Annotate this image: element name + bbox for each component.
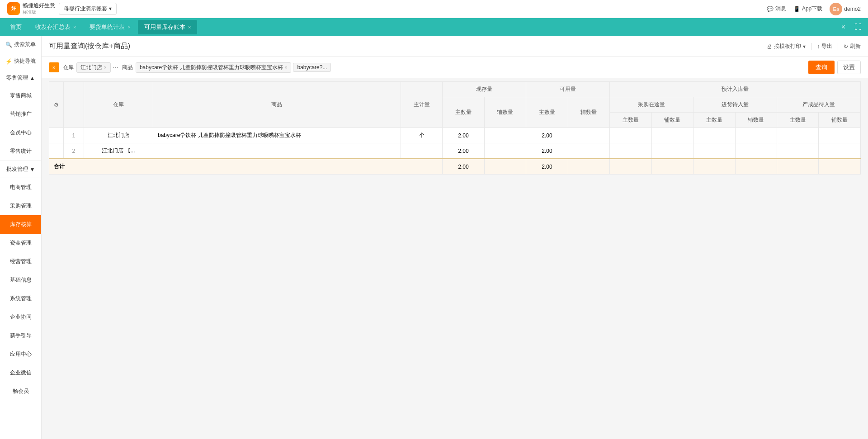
sidebar-item-marketing[interactable]: 营销推广 (0, 105, 41, 123)
retail-label: 零售管理 (6, 74, 28, 82)
export-icon: ↑ (817, 43, 820, 50)
cell-product-aux (819, 143, 861, 159)
message-label: 消息 (775, 5, 786, 13)
username: demo2 (844, 6, 861, 12)
product-tag-close[interactable]: × (285, 65, 288, 70)
member-center-label: 会员中心 (10, 129, 32, 137)
sidebar-item-ecommerce[interactable]: 电商管理 (0, 178, 41, 197)
th-avail-main: 主数量 (526, 97, 568, 128)
template-print-label: 按模板打印 (774, 42, 801, 50)
sidebar-group-wholesale[interactable]: 批发管理 ▼ (0, 161, 41, 178)
filter-area: » 仓库 江北门店 × ··· 商品 babycare学饮杯 儿童防摔防撞吸管杯… (42, 57, 868, 78)
top-bar-left: 好 畅捷通好生意 标准版 母婴行业演示账套 ▾ (7, 2, 117, 15)
operations-label: 经营管理 (10, 258, 32, 265)
cell-stock-aux (484, 128, 526, 143)
logo-sub: 标准版 (23, 9, 55, 15)
tab-order-stats-label: 要货单统计表 (90, 23, 125, 31)
refresh-icon: ↻ (844, 43, 848, 50)
printer-icon: 🖨 (767, 43, 772, 50)
top-bar-right: 💬 消息 📱 App下载 Ea demo2 (767, 3, 861, 15)
warehouse-tag-text: 江北门店 (80, 64, 102, 71)
close-all-tabs-btn[interactable]: × (839, 22, 848, 32)
th-purchase-aux: 辅数量 (735, 113, 777, 128)
th-gear: ⚙ (49, 82, 64, 128)
sidebar-item-inventory-check[interactable]: 库存核算 (0, 215, 41, 234)
product-tag-babycare: babycare学饮杯 儿童防摔防撞吸管杯重力球吸嘴杯宝宝水杯 × (136, 62, 292, 73)
sidebar-item-app-center[interactable]: 应用中心 (0, 345, 41, 363)
th-available: 可用量 (526, 82, 610, 97)
fullscreen-btn[interactable]: ⛶ (852, 22, 864, 32)
sidebar-item-enterprise-collab[interactable]: 企业协同 (0, 308, 41, 326)
cell-procurement-aux (651, 143, 693, 159)
tab-available-inventory-label: 可用量库存账本 (144, 23, 185, 31)
cell-stock-main: 2.00 (443, 143, 484, 159)
query-btn[interactable]: 查询 (808, 61, 835, 74)
tab-receive-send-close[interactable]: × (73, 24, 76, 30)
sidebar-item-basic-info[interactable]: 基础信息 (0, 271, 41, 289)
cell-procurement-main (610, 128, 651, 143)
warehouse-tag-close[interactable]: × (104, 65, 107, 70)
sidebar-item-retail-mall[interactable]: 零售商城 (0, 86, 41, 105)
sidebar-item-system[interactable]: 系统管理 (0, 289, 41, 308)
sidebar-search-menu[interactable]: 🔍 搜索菜单 (0, 36, 41, 53)
app-center-label: 应用中心 (10, 350, 32, 358)
th-purchase-main: 主数量 (693, 113, 735, 128)
table-row: 2 江北门店 【... 2.00 2.00 (49, 143, 861, 159)
page-actions: 🖨 按模板打印 ▾ ↑ 导出 ↻ 刷新 (767, 42, 861, 50)
cell-warehouse: 江北门店 【... (84, 143, 153, 159)
tab-order-stats-close[interactable]: × (127, 24, 130, 30)
inventory-check-label: 库存核算 (10, 221, 32, 228)
sidebar-group-retail[interactable]: 零售管理 ▲ (0, 70, 41, 86)
sidebar: 🔍 搜索菜单 ⚡ 快捷导航 零售管理 ▲ 零售商城 营销推广 会员中心 零售统计 (0, 36, 42, 439)
tab-home[interactable]: 首页 (4, 20, 28, 34)
sidebar-item-vip-member[interactable]: 畅会员 (0, 382, 41, 401)
settings-btn[interactable]: 设置 (837, 61, 861, 74)
app-download-btn[interactable]: 📱 App下载 (793, 5, 822, 13)
cell-product-main (777, 143, 819, 159)
ecommerce-label: 电商管理 (10, 184, 32, 191)
th-product-main: 主数量 (777, 113, 819, 128)
warehouse-more-btn[interactable]: ··· (113, 63, 118, 71)
cell-avail-aux (568, 128, 609, 143)
basic-info-label: 基础信息 (10, 276, 32, 284)
user-profile[interactable]: Ea demo2 (830, 3, 861, 15)
inventory-table: ⚙ 仓库 商品 主计量 现存量 可用量 预计入库量 主数量 辅数量 主数量 辅数… (49, 81, 861, 175)
tab-available-inventory-close[interactable]: × (188, 24, 191, 30)
total-avail-aux (568, 159, 609, 175)
message-btn[interactable]: 💬 消息 (767, 5, 786, 13)
sidebar-quick-nav[interactable]: ⚡ 快捷导航 (0, 53, 41, 70)
mobile-icon: 📱 (793, 6, 800, 12)
th-product-pending: 产成品待入量 (777, 97, 861, 113)
refresh-btn[interactable]: ↻ 刷新 (844, 42, 861, 50)
sidebar-item-enterprise-wechat[interactable]: 企业微信 (0, 363, 41, 382)
industry-select[interactable]: 母婴行业演示账套 ▾ (59, 3, 117, 15)
tab-order-stats[interactable]: 要货单统计表 × (83, 20, 137, 34)
warehouse-filter-label: 仓库 (63, 64, 74, 71)
filter-toggle-btn[interactable]: » (49, 62, 59, 72)
cell-product-main (777, 128, 819, 143)
tab-available-inventory[interactable]: 可用量库存账本 × (138, 20, 197, 34)
cell-avail-main: 2.00 (526, 143, 568, 159)
export-btn[interactable]: ↑ 导出 (817, 42, 832, 50)
sidebar-item-finance[interactable]: 资金管理 (0, 234, 41, 252)
page-title: 可用量查询(按仓库+商品) (49, 42, 130, 51)
cell-product-aux (819, 128, 861, 143)
total-avail-main: 2.00 (526, 159, 568, 175)
sidebar-item-retail-stats[interactable]: 零售统计 (0, 142, 41, 160)
sidebar-item-purchase[interactable]: 采购管理 (0, 197, 41, 215)
cell-procurement-aux (651, 128, 693, 143)
total-product-main (777, 159, 819, 175)
filter-warehouse-group: 仓库 江北门店 × ··· (63, 62, 118, 73)
sidebar-item-member-center[interactable]: 会员中心 (0, 123, 41, 142)
sidebar-item-new-guide[interactable]: 新手引导 (0, 326, 41, 345)
th-row-num (64, 82, 84, 128)
system-label: 系统管理 (10, 295, 32, 302)
retail-arrow-icon: ▲ (30, 75, 35, 81)
sidebar-item-operations[interactable]: 经营管理 (0, 252, 41, 271)
total-label: 合计 (49, 159, 443, 175)
template-print-btn[interactable]: 🖨 按模板打印 ▾ (767, 42, 806, 50)
cell-purchase-aux (735, 128, 777, 143)
tab-receive-send[interactable]: 收发存汇总表 × (29, 20, 82, 34)
sidebar-section-wholesale: 批发管理 ▼ (0, 161, 41, 178)
product-tags: babycare学饮杯 儿童防摔防撞吸管杯重力球吸嘴杯宝宝水杯 × babyca… (136, 62, 331, 73)
